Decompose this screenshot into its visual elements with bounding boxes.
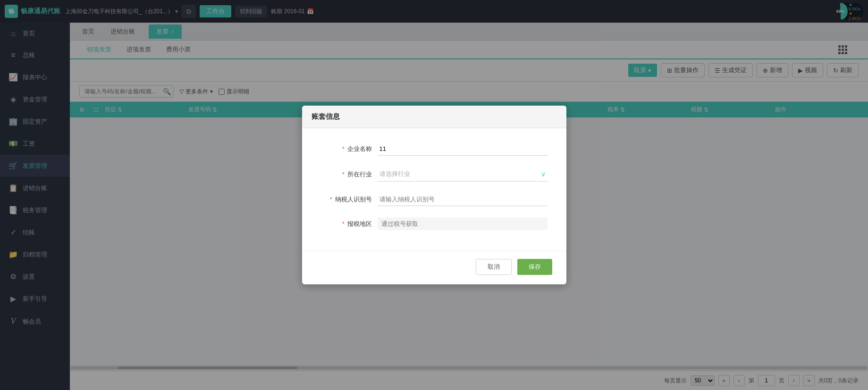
save-button[interactable]: 保存 — [517, 259, 552, 275]
industry-placeholder: 请选择行业 — [379, 170, 541, 178]
industry-select[interactable]: 请选择行业 ∨ — [378, 167, 548, 182]
modal-body: * 企业名称 * 所在行业 请选择行业 ∨ * — [302, 128, 566, 251]
cancel-button[interactable]: 取消 — [476, 259, 512, 275]
tax-id-row: * 纳税人识别号 — [321, 193, 548, 206]
tax-id-label: * 纳税人识别号 — [321, 195, 378, 204]
company-name-input[interactable] — [378, 142, 548, 156]
tax-region-input — [378, 217, 548, 230]
modal-overlay: 账套信息 * 企业名称 * 所在行业 请选择行业 ∨ — [0, 0, 868, 390]
required-star-4: * — [342, 220, 345, 227]
tax-region-row: * 报税地区 — [321, 217, 548, 230]
company-name-label: * 企业名称 — [321, 145, 378, 153]
modal-footer: 取消 保存 — [302, 251, 566, 284]
required-star-3: * — [330, 196, 332, 203]
modal-title: 账套信息 — [302, 106, 566, 128]
industry-row: * 所在行业 请选择行业 ∨ — [321, 167, 548, 182]
tax-id-input[interactable] — [378, 193, 548, 206]
account-info-modal: 账套信息 * 企业名称 * 所在行业 请选择行业 ∨ — [302, 106, 566, 284]
industry-label: * 所在行业 — [321, 170, 378, 179]
required-star: * — [342, 145, 345, 152]
company-name-row: * 企业名称 — [321, 142, 548, 156]
industry-dropdown-arrow: ∨ — [541, 170, 546, 178]
tax-region-label: * 报税地区 — [321, 220, 378, 228]
required-star-2: * — [342, 171, 345, 178]
